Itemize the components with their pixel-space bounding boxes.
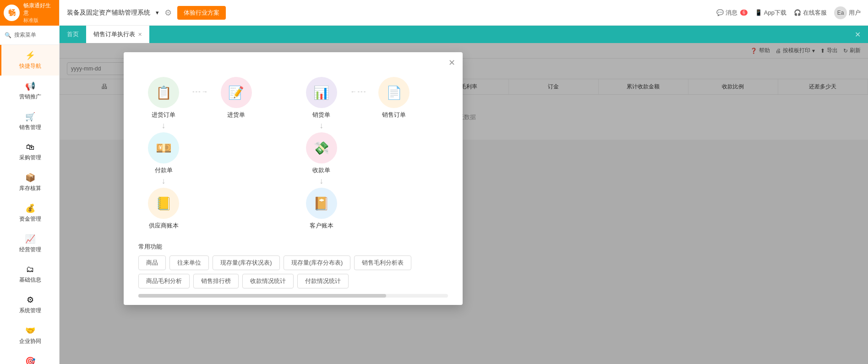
node-sale-order[interactable]: 📄 销售订单	[378, 77, 409, 119]
common-buttons-row: 商品往来单位现存量(库存状况表)现存量(库存分布表)销售毛利分析表商品毛利分析销…	[138, 255, 448, 288]
common-btn-5[interactable]: 商品毛利分析	[138, 274, 190, 288]
customer-label: 客户账本	[310, 222, 333, 230]
arrow-down-po: ↓	[162, 121, 166, 130]
sale-order-label: 销售订单	[382, 111, 406, 119]
sidebar-logo: 畅 畅康通好生意 标准版	[0, 0, 59, 26]
trial-button[interactable]: 体验行业方案	[177, 6, 226, 20]
sidebar-search[interactable]: 🔍 搜索菜单	[0, 26, 59, 45]
purchase-circle: 📝	[221, 77, 252, 108]
sidebar-item-4[interactable]: 📦 库存核算	[0, 167, 59, 198]
node-purchase[interactable]: 📝 进货单	[221, 77, 252, 119]
scroll-thumb	[138, 294, 386, 298]
modal-close-button[interactable]: ✕	[448, 58, 455, 68]
node-supplier-ledger[interactable]: 📒 供应商账本	[148, 188, 179, 230]
sidebar-item-5[interactable]: 💰 资金管理	[0, 198, 59, 228]
purchase-order-label: 进货订单	[152, 111, 175, 119]
flow-diagram: 📋 进货订单 ↓ 💴 付款单 ↓ 📒 供应商账本 - - - → 📝 进货单 📊…	[138, 63, 448, 239]
sidebar-label-9: 企业协同	[19, 337, 41, 345]
topbar: 装备及固定资产辅助管理系统 ▾ ⚙ 体验行业方案 💬 消息 6 📱 App下载 …	[60, 0, 868, 26]
tab-close-icon[interactable]: ✕	[138, 32, 142, 38]
sidebar-label-5: 资金管理	[19, 215, 41, 223]
sidebar-item-7[interactable]: 🗂 基础信息	[0, 259, 59, 289]
arrow-down-pay: ↓	[162, 176, 166, 186]
sidebar-icon-8: ⚙	[27, 295, 34, 305]
content-area: ❓ 帮助 🖨 按模板打印 ▾ ⬆ 导出 ↻ 刷新	[60, 43, 868, 364]
sidebar-label-2: 销售管理	[19, 124, 41, 131]
sale-order-circle: 📄	[378, 77, 409, 108]
sidebar-icon-6: 📈	[25, 234, 35, 244]
sidebar-label-6: 经营管理	[19, 246, 41, 254]
system-dropdown[interactable]: ▾	[156, 9, 159, 16]
payment-out-label: 付款单	[155, 166, 173, 174]
quick-nav-modal: ✕ 📋 进货订单 ↓ 💴 付款单 ↓ 📒 供应商账本 - - - → 📝 进货单	[124, 52, 463, 305]
purchase-label: 进货单	[227, 111, 245, 119]
common-btn-8[interactable]: 付款情况统计	[297, 274, 349, 288]
sidebar-icon-5: 💰	[25, 203, 35, 213]
supplier-circle: 📒	[148, 188, 179, 219]
sidebar-item-3[interactable]: 🛍 采购管理	[0, 137, 59, 167]
node-customer-ledger[interactable]: 📔 客户账本	[306, 188, 337, 230]
payment-out-circle: 💴	[148, 132, 179, 163]
tab-sales-order[interactable]: 销售订单执行表 ✕	[86, 26, 149, 43]
download-icon: 📱	[755, 9, 762, 16]
tab-home[interactable]: 首页	[60, 26, 86, 43]
supplier-label: 供应商账本	[149, 222, 179, 230]
payment-in-label: 收款单	[312, 166, 330, 174]
sidebar-item-2[interactable]: 🛒 销售管理	[0, 106, 59, 137]
message-icon: 💬	[716, 9, 724, 16]
node-payment-in[interactable]: 💸 收款单	[306, 132, 337, 174]
modal-scrollbar[interactable]	[138, 294, 448, 298]
sale-label: 销货单	[312, 111, 330, 119]
sidebar-icon-7: 🗂	[26, 265, 34, 274]
sidebar-label-7: 基础信息	[19, 276, 41, 284]
sidebar-item-9[interactable]: 🤝 企业协同	[0, 320, 59, 351]
common-btn-3[interactable]: 现存量(库存分布表)	[284, 255, 351, 270]
common-btn-1[interactable]: 往来单位	[169, 255, 209, 270]
payment-in-circle: 💸	[306, 132, 337, 163]
search-icon: 🔍	[5, 32, 11, 38]
sidebar-icon-2: 🛒	[25, 112, 35, 122]
sidebar-nav: ⚡ 快捷导航 📢 营销推广 🛒 销售管理 🛍 采购管理 📦 库存核算 💰 资金管…	[0, 45, 59, 364]
sidebar-icon-1: 📢	[25, 81, 35, 91]
service-icon: 🎧	[794, 9, 801, 16]
arrow-down-recv: ↓	[319, 176, 323, 186]
sidebar-item-8[interactable]: ⚙ 系统管理	[0, 289, 59, 320]
chevron-down-icon: ▾	[156, 9, 159, 16]
sidebar-item-6[interactable]: 📈 经营管理	[0, 228, 59, 259]
sidebar-item-1[interactable]: 📢 营销推广	[0, 76, 59, 106]
sidebar-label-8: 系统管理	[19, 307, 41, 315]
sidebar-icon-9: 🤝	[25, 326, 35, 336]
common-btn-4[interactable]: 销售毛利分析表	[354, 255, 411, 270]
common-functions-title: 常用功能	[138, 243, 448, 251]
app-download-button[interactable]: 📱 App下载	[755, 9, 786, 17]
settings-icon[interactable]: ⚙	[164, 8, 172, 18]
close-all-tabs-icon[interactable]: ✕	[855, 30, 861, 39]
message-button[interactable]: 💬 消息 6	[716, 9, 748, 17]
sidebar-label-0: 快捷导航	[19, 62, 41, 70]
common-btn-2[interactable]: 现存量(库存状况表)	[213, 255, 280, 270]
tabbar: 首页 销售订单执行表 ✕ ✕	[60, 26, 868, 43]
logo-icon: 畅	[4, 5, 20, 21]
common-btn-6[interactable]: 销售排行榜	[193, 274, 239, 288]
topbar-right: 💬 消息 6 📱 App下载 🎧 在线客服 Ea 用户	[716, 6, 861, 19]
modal-overlay: ✕ 📋 进货订单 ↓ 💴 付款单 ↓ 📒 供应商账本 - - - → 📝 进货单	[60, 43, 868, 364]
node-payment-out[interactable]: 💴 付款单	[148, 132, 179, 174]
logo-text: 畅康通好生意 标准版	[23, 2, 55, 24]
user-menu[interactable]: Ea 用户	[834, 6, 861, 19]
common-btn-0[interactable]: 商品	[138, 255, 166, 270]
node-purchase-order[interactable]: 📋 进货订单	[148, 77, 179, 119]
customer-circle: 📔	[306, 188, 337, 219]
avatar: Ea	[834, 6, 847, 19]
sidebar: 畅 畅康通好生意 标准版 🔍 搜索菜单 ⚡ 快捷导航 📢 营销推广 🛒 销售管理…	[0, 0, 60, 364]
search-menu-button[interactable]: 🔍 搜索菜单	[5, 29, 55, 41]
arrow-down-sale: ↓	[319, 121, 323, 130]
dashed-arrow-1: - - - →	[192, 77, 207, 95]
sidebar-item-10[interactable]: 🎯 新手引导	[0, 351, 59, 364]
online-service-button[interactable]: 🎧 在线客服	[794, 9, 827, 17]
sidebar-label-3: 采购管理	[19, 154, 41, 162]
sidebar-label-1: 营销推广	[19, 93, 41, 101]
sidebar-icon-10: 🎯	[25, 356, 35, 364]
node-sale[interactable]: 📊 销货单	[306, 77, 337, 119]
sidebar-item-0[interactable]: ⚡ 快捷导航	[0, 45, 59, 76]
common-btn-7[interactable]: 收款情况统计	[242, 274, 294, 288]
